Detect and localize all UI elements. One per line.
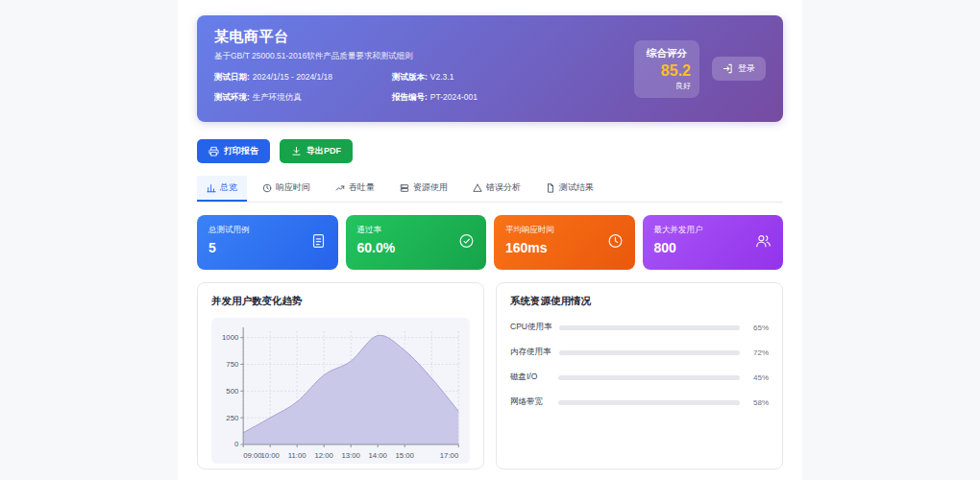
stat-value: 800	[654, 240, 772, 255]
meta-value: PT-2024-001	[430, 92, 478, 102]
stat-cards: 总测试用例 5 通过率 60.0% 平均响应时间 160ms 最大并发用户 80…	[197, 215, 783, 270]
svg-text:13:00: 13:00	[341, 451, 360, 460]
svg-text:500: 500	[226, 387, 239, 396]
check-circle-icon	[458, 232, 475, 252]
clock-icon	[262, 183, 272, 193]
stat-label: 平均响应时间	[505, 225, 624, 236]
printer-icon	[208, 146, 219, 156]
resources-title: 系统资源使用情况	[510, 295, 769, 308]
svg-text:11:00: 11:00	[288, 451, 306, 460]
stat-value: 60.0%	[357, 240, 476, 255]
resource-row-memory: 内存使用率 72%	[510, 347, 769, 358]
resource-label: CPU使用率	[510, 322, 551, 333]
tab-response-time[interactable]: 响应时间	[253, 176, 320, 202]
resource-label: 网络带宽	[510, 396, 551, 408]
resource-percent: 65%	[747, 324, 769, 332]
resource-label: 内存使用率	[510, 347, 551, 358]
warning-triangle-icon	[473, 183, 482, 193]
svg-text:1000: 1000	[222, 333, 239, 342]
file-icon	[546, 183, 555, 193]
stat-value: 5	[208, 240, 327, 255]
score-grade: 良好	[643, 81, 691, 91]
trend-up-icon	[335, 183, 345, 193]
resource-list: CPU使用率 65% 内存使用率 72% 磁盘I/O 45% 网络带宽	[510, 322, 769, 408]
concurrency-chart-svg: 0250500750100009:0010:0011:0012:0013:001…	[213, 322, 468, 462]
resource-percent: 45%	[747, 373, 769, 382]
resource-progress-track	[558, 400, 740, 405]
login-icon	[723, 63, 733, 74]
svg-text:0: 0	[234, 440, 239, 448]
meta-label: 测试日期:	[214, 72, 250, 82]
concurrency-trend-panel: 并发用户数变化趋势 0250500750100009:0010:0011:001…	[197, 282, 484, 469]
tab-label: 测试结果	[559, 181, 594, 194]
page-title: 某电商平台	[214, 28, 478, 46]
export-pdf-label: 导出PDF	[306, 145, 341, 157]
tab-test-results[interactable]: 测试结果	[536, 176, 603, 202]
report-header-banner: 某电商平台 基于GB/T 25000.51-2016软件产品质量要求和测试细则 …	[197, 15, 783, 122]
stat-value: 160ms	[505, 240, 624, 255]
resource-row-cpu: CPU使用率 65%	[510, 322, 769, 333]
resource-progress-track	[558, 375, 740, 380]
svg-text:09:00: 09:00	[243, 451, 262, 460]
tab-label: 总览	[220, 181, 237, 194]
stat-label: 总测试用例	[208, 225, 327, 236]
page-subtitle: 基于GB/T 25000.51-2016软件产品质量要求和测试细则	[214, 51, 478, 62]
print-report-button[interactable]: 打印报告	[197, 139, 270, 163]
toolbar: 打印报告 导出PDF	[197, 139, 783, 163]
stat-label: 最大并发用户	[654, 225, 772, 236]
stat-card-avg-response-time: 平均响应时间 160ms	[494, 215, 635, 270]
server-icon	[400, 183, 409, 193]
meta-report-number: 报告编号:PT-2024-001	[392, 92, 478, 104]
concurrency-chart: 0250500750100009:0010:0011:0012:0013:001…	[211, 318, 470, 464]
tab-error-analysis[interactable]: 错误分析	[463, 176, 530, 202]
system-resources-panel: 系统资源使用情况 CPU使用率 65% 内存使用率 72% 磁盘I/O 45%	[496, 282, 783, 469]
meta-test-env: 测试环境:生产环境仿真	[214, 92, 392, 104]
resource-progress-track	[559, 350, 741, 355]
stat-label: 通过率	[357, 225, 476, 236]
resource-progress-track	[559, 325, 740, 330]
meta-value: V2.3.1	[430, 72, 454, 82]
tab-bar: 总览 响应时间 吞吐量 资源使用 错误分析	[197, 176, 783, 203]
meta-value: 生产环境仿真	[253, 92, 302, 102]
svg-text:14:00: 14:00	[368, 451, 387, 460]
document-icon	[310, 232, 327, 252]
meta-label: 报告编号:	[392, 92, 428, 102]
report-page: 某电商平台 基于GB/T 25000.51-2016软件产品质量要求和测试细则 …	[178, 0, 802, 480]
print-report-label: 打印报告	[224, 145, 258, 157]
login-button[interactable]: 登录	[712, 57, 766, 81]
content-panels: 并发用户数变化趋势 0250500750100009:0010:0011:001…	[197, 282, 783, 469]
svg-text:15:00: 15:00	[396, 451, 415, 460]
meta-test-version: 测试版本:V2.3.1	[392, 72, 478, 84]
report-header-info: 某电商平台 基于GB/T 25000.51-2016软件产品质量要求和测试细则 …	[214, 28, 478, 109]
bar-chart-icon	[207, 183, 216, 193]
tab-overview[interactable]: 总览	[197, 176, 247, 202]
svg-text:250: 250	[226, 414, 239, 422]
score-label: 综合评分	[643, 47, 691, 60]
score-value: 85.2	[643, 62, 691, 80]
download-icon	[291, 146, 302, 156]
tab-label: 资源使用	[413, 181, 448, 194]
resource-percent: 72%	[747, 348, 769, 357]
tab-resource-usage[interactable]: 资源使用	[390, 176, 457, 202]
export-pdf-button[interactable]: 导出PDF	[280, 139, 353, 163]
report-meta: 测试日期:2024/1/15 - 2024/1/18 测试版本:V2.3.1 测…	[214, 72, 478, 104]
meta-label: 测试环境:	[214, 92, 250, 102]
users-icon	[755, 232, 772, 252]
resource-label: 磁盘I/O	[510, 372, 551, 383]
svg-text:12:00: 12:00	[314, 451, 333, 460]
meta-test-date: 测试日期:2024/1/15 - 2024/1/18	[214, 72, 392, 84]
svg-text:17:00: 17:00	[440, 451, 459, 460]
overall-score-card: 综合评分 85.2 良好	[634, 40, 699, 98]
stat-card-pass-rate: 通过率 60.0%	[346, 215, 487, 270]
meta-label: 测试版本:	[392, 72, 428, 82]
tab-throughput[interactable]: 吞吐量	[326, 176, 384, 202]
svg-text:10:00: 10:00	[260, 451, 280, 460]
tab-label: 错误分析	[486, 181, 521, 194]
meta-value: 2024/1/15 - 2024/1/18	[253, 72, 332, 82]
svg-text:750: 750	[226, 360, 239, 369]
concurrency-chart-title: 并发用户数变化趋势	[211, 295, 470, 308]
stat-card-total-cases: 总测试用例 5	[197, 215, 338, 270]
resource-row-network: 网络带宽 58%	[510, 396, 769, 408]
tab-label: 响应时间	[276, 181, 310, 194]
stat-card-max-concurrent-users: 最大并发用户 800	[643, 215, 784, 270]
